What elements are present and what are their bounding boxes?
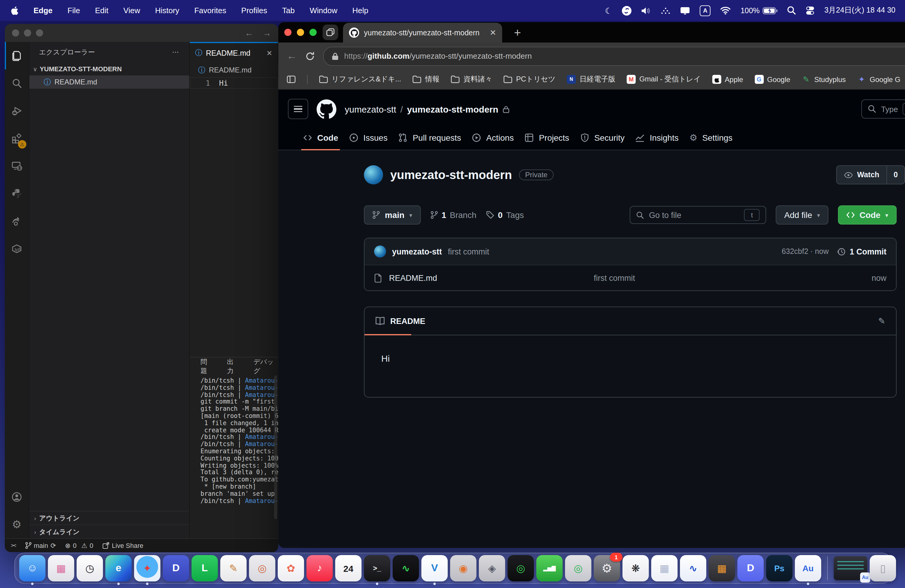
container-icon[interactable] <box>5 235 29 262</box>
dock-discord-1-icon[interactable]: D <box>163 555 189 582</box>
apple-menu-icon[interactable] <box>10 5 19 16</box>
breadcrumb-repo[interactable]: yumezato-stt-modern <box>407 104 498 114</box>
code-button[interactable]: Code▾ <box>838 205 897 224</box>
input-source-icon[interactable]: A <box>700 5 710 16</box>
dock-instagram-icon[interactable]: ◎ <box>249 555 275 582</box>
github-logo[interactable] <box>317 99 337 119</box>
dock-green-disc-icon[interactable]: ◎ <box>508 555 534 582</box>
remote-indicator-icon[interactable]: >< <box>11 542 16 548</box>
dock-min-window-audition[interactable]: Au <box>834 556 867 580</box>
favorite-folder-materials[interactable]: 資料諸々 <box>451 74 492 84</box>
spotlight-icon[interactable] <box>787 6 796 15</box>
dock-line-icon[interactable]: L <box>192 555 218 582</box>
dock-calculator-icon[interactable]: ▦ <box>709 555 735 582</box>
browser-zoom-button[interactable] <box>310 29 317 36</box>
favorite-google-gemini[interactable]: ✦Google G <box>857 75 900 84</box>
sync-icon[interactable]: ⟳ <box>51 542 56 549</box>
commit-sha-time[interactable]: 632cbf2 · now <box>782 247 829 256</box>
watch-button[interactable]: Watch 0 <box>836 165 905 184</box>
vscode-titlebar[interactable]: ← → <box>5 24 278 42</box>
battery-indicator[interactable]: 100% <box>740 6 778 15</box>
branch-selector-button[interactable]: main ▾ <box>364 205 421 224</box>
workspaces-icon[interactable] <box>322 25 338 40</box>
favorite-folder-reference[interactable]: リファレンス&ドキ... <box>319 74 401 84</box>
sidebar-file-readme[interactable]: ⓘ README.md <box>29 75 189 89</box>
settings-gear-icon[interactable]: ⚙ <box>5 511 29 538</box>
dock-radar-icon[interactable]: ◎ <box>565 555 591 582</box>
menu-app-name[interactable]: Edge <box>33 6 53 15</box>
live-share-status[interactable]: Live Share <box>102 542 143 549</box>
volume-icon[interactable] <box>641 6 651 15</box>
vscode-minimize-button[interactable] <box>24 29 31 37</box>
repo-avatar[interactable] <box>364 165 383 184</box>
menu-edit[interactable]: Edit <box>95 6 109 15</box>
menu-help[interactable]: Help <box>352 6 368 15</box>
editor-breadcrumb[interactable]: ⓘ README.md <box>190 63 278 77</box>
dock-settings-icon[interactable]: ⚙1 <box>594 555 620 582</box>
shazam-icon[interactable] <box>622 6 632 15</box>
dock-edge-icon[interactable]: e <box>105 555 132 582</box>
repo-breadcrumb[interactable]: yumezato-stt / yumezato-stt-modern <box>345 104 509 114</box>
vscode-forward-icon[interactable]: → <box>263 28 271 38</box>
add-file-button[interactable]: Add file▾ <box>776 205 828 224</box>
sidebar-toggle-icon[interactable] <box>287 75 296 84</box>
tab-security[interactable]: Security <box>575 126 630 150</box>
panel-tab-output[interactable]: 出力 <box>227 358 240 375</box>
tab-pull-requests[interactable]: Pull requests <box>393 126 467 150</box>
tab-insights[interactable]: Insights <box>630 126 684 150</box>
project-root-folder[interactable]: ∨YUMEZATO-STT-MODERN <box>29 62 189 75</box>
tab-close-icon[interactable]: ✕ <box>490 28 496 37</box>
favorite-apple[interactable]: Apple <box>712 75 743 84</box>
panel-tab-problems[interactable]: 問題 <box>200 358 213 375</box>
favorite-folder-info[interactable]: 情報 <box>413 74 440 84</box>
screen-mirroring-icon[interactable] <box>661 6 670 14</box>
dock-notes-icon[interactable]: ✎ <box>220 555 247 582</box>
dock-shield-tool-icon[interactable]: ◈ <box>479 555 505 582</box>
dock-discord-2-icon[interactable]: D <box>737 555 764 582</box>
dock-blueprint-icon[interactable]: ▦ <box>651 555 678 582</box>
wifi-icon[interactable] <box>720 6 731 14</box>
dock-stats-icon[interactable]: ▂▅▇ <box>536 555 563 582</box>
github-menu-icon[interactable] <box>288 99 308 119</box>
explorer-more-icon[interactable]: ⋯ <box>172 48 179 56</box>
dock-clock-icon[interactable]: ◷ <box>76 555 103 582</box>
dock-safari-icon[interactable]: ✦ <box>134 555 160 582</box>
dock-audio-meter-icon[interactable]: ∿ <box>393 555 419 582</box>
browser-close-button[interactable] <box>284 29 292 36</box>
new-tab-icon[interactable]: ＋ <box>512 25 523 40</box>
branch-status[interactable]: main ⟳ <box>25 542 56 549</box>
tab-close-icon[interactable]: ✕ <box>266 49 272 57</box>
dock-music-icon[interactable]: ♪ <box>306 555 333 582</box>
explorer-icon[interactable] <box>5 42 29 70</box>
breadcrumb-owner[interactable]: yumezato-stt <box>345 104 396 114</box>
dock-finder-icon[interactable]: ☺ <box>19 555 46 582</box>
github-search-input[interactable]: Type / <box>861 99 905 119</box>
dock-photos-icon[interactable]: ✿ <box>278 555 304 582</box>
outline-section[interactable]: ›アウトライン <box>29 511 189 524</box>
go-to-file-input[interactable]: Go to file t <box>630 206 766 224</box>
vscode-zoom-button[interactable] <box>36 29 43 37</box>
favorite-gmail[interactable]: MGmail - 受信トレイ <box>627 74 701 84</box>
menu-window[interactable]: Window <box>310 6 338 15</box>
dock-photoshop-icon[interactable]: Ps <box>766 555 792 582</box>
terminal-output[interactable]: /bin/tcsh | Amatarou-SU/bin/tcsh | Amata… <box>190 375 278 538</box>
dock-trash-icon[interactable]: ▯ <box>870 555 896 582</box>
tab-issues[interactable]: Issues <box>344 126 393 150</box>
menu-tab[interactable]: Tab <box>282 6 295 15</box>
favorite-folder-pc-manual[interactable]: PCトリセツ <box>504 74 556 84</box>
dock-terminal-icon[interactable]: >_ <box>364 555 390 582</box>
branches-count[interactable]: 1Branch <box>430 210 476 220</box>
favorite-google[interactable]: GGoogle <box>754 75 790 84</box>
address-bar[interactable]: https://github.com/yumezato-stt/yumezato… <box>323 46 905 65</box>
browser-tab-github[interactable]: yumezato-stt/yumezato-stt-modern ✕ <box>343 23 502 43</box>
dock-audition-icon[interactable]: Au <box>795 555 821 582</box>
readme-tab-header[interactable]: README ✎ <box>365 307 896 335</box>
menubar-clock[interactable]: 3月24日(火) 18 44 30 <box>824 5 895 16</box>
menu-profiles[interactable]: Profiles <box>241 6 267 15</box>
remote-explorer-icon[interactable] <box>5 152 29 180</box>
favorite-studyplus[interactable]: ✎Studyplus <box>802 75 846 84</box>
tab-code[interactable]: Code <box>297 126 344 150</box>
panel-tab-debug[interactable]: デバッグ <box>254 358 278 375</box>
file-row-readme[interactable]: README.md first commit now <box>365 265 896 291</box>
commit-author[interactable]: yumezato-stt <box>392 247 442 256</box>
